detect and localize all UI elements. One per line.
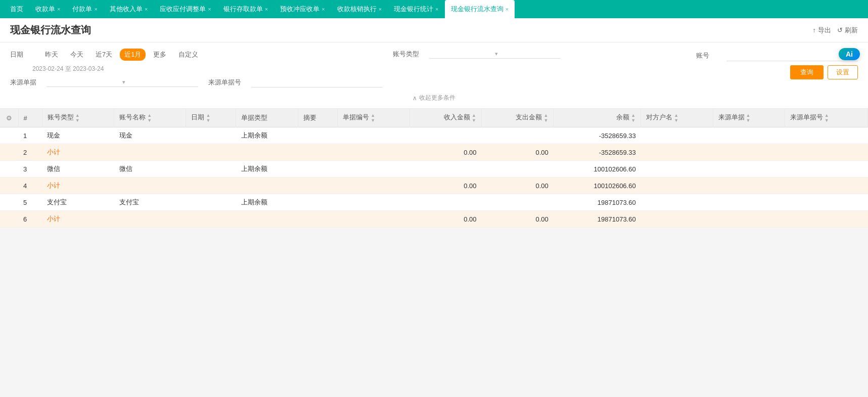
td-source-doc-no bbox=[785, 161, 867, 178]
nav-tab-8[interactable]: 现金银行流水查询 × bbox=[445, 0, 515, 18]
td-doc-no bbox=[338, 178, 409, 194]
th-expense[interactable]: 支出金额▲▼ bbox=[481, 109, 553, 127]
th-settings[interactable]: ⚙ bbox=[0, 109, 18, 127]
close-icon-1[interactable]: × bbox=[94, 6, 97, 12]
nav-tab-1[interactable]: 付款单 × bbox=[66, 0, 103, 18]
table-row: 3微信微信上期余额100102606.60 bbox=[0, 161, 868, 178]
query-button[interactable]: 查询 bbox=[790, 65, 824, 79]
table-row: 6小计0.000.0019871073.60 bbox=[0, 211, 868, 228]
collapse-bar[interactable]: ∧ 收起更多条件 bbox=[10, 92, 858, 104]
td-source-doc bbox=[713, 211, 785, 228]
td-account-name bbox=[114, 178, 186, 194]
th-balance[interactable]: 余额▲▼ bbox=[554, 109, 641, 127]
th-income[interactable]: 收入金额▲▼ bbox=[409, 109, 481, 127]
td-doc-type: 上期余额 bbox=[236, 194, 298, 211]
td-doc-no bbox=[338, 144, 409, 161]
td-doc-no bbox=[338, 127, 409, 144]
gear-icon[interactable]: ⚙ bbox=[6, 114, 12, 122]
td-source-doc bbox=[713, 127, 785, 144]
td-summary bbox=[298, 144, 338, 161]
td-balance: 100102606.60 bbox=[554, 161, 641, 178]
export-button[interactable]: ↑ 导出 bbox=[813, 26, 832, 35]
td-account-name: 现金 bbox=[114, 127, 186, 144]
date-btn-more[interactable]: 更多 bbox=[149, 49, 171, 61]
td-date bbox=[186, 211, 236, 228]
td-account-type: 小计 bbox=[42, 211, 114, 228]
account-type-label: 账号类型 bbox=[393, 50, 419, 59]
td-account-type: 小计 bbox=[42, 144, 114, 161]
td-summary bbox=[298, 178, 338, 194]
td-account-name: 支付宝 bbox=[114, 194, 186, 211]
close-icon-8[interactable]: × bbox=[506, 6, 509, 12]
td-doc-type bbox=[236, 211, 298, 228]
th-counterpart[interactable]: 对方户名▲▼ bbox=[641, 109, 713, 127]
date-btn-custom[interactable]: 自定义 bbox=[174, 49, 203, 61]
td-counterpart bbox=[641, 161, 713, 178]
nav-tab-2[interactable]: 其他收入单 × bbox=[104, 0, 154, 18]
close-icon-4[interactable]: × bbox=[265, 6, 268, 12]
td-doc-no bbox=[338, 211, 409, 228]
table-wrap: ⚙ # 账号类型▲▼ 账号名称▲▼ 日期▲▼ 单据类型 摘要 单据编号▲▼ bbox=[0, 109, 868, 228]
td-counterpart bbox=[641, 144, 713, 161]
nav-tab-4[interactable]: 银行存取款单 × bbox=[217, 0, 274, 18]
date-btn-today[interactable]: 今天 bbox=[66, 49, 88, 61]
td-summary bbox=[298, 161, 338, 178]
nav-home[interactable]: 首页 bbox=[4, 0, 29, 18]
td-counterpart bbox=[641, 127, 713, 144]
td-empty bbox=[0, 178, 18, 194]
page-title: 现金银行流水查询 bbox=[10, 23, 91, 37]
th-date[interactable]: 日期▲▼ bbox=[186, 109, 236, 127]
td-source-doc-no bbox=[785, 127, 867, 144]
td-account-type: 小计 bbox=[42, 178, 114, 194]
th-no: # bbox=[18, 109, 42, 127]
td-summary bbox=[298, 194, 338, 211]
td-empty bbox=[0, 194, 18, 211]
refresh-button[interactable]: ↺ 刷新 bbox=[837, 26, 858, 35]
date-btn-1month[interactable]: 近1月 bbox=[120, 49, 146, 61]
nav-tab-5[interactable]: 预收冲应收单 × bbox=[274, 0, 331, 18]
ai-badge[interactable]: Ai bbox=[839, 48, 860, 60]
td-account-type: 微信 bbox=[42, 161, 114, 178]
th-doc-no[interactable]: 单据编号▲▼ bbox=[338, 109, 409, 127]
td-expense bbox=[481, 194, 553, 211]
close-icon-6[interactable]: × bbox=[379, 6, 382, 12]
close-icon-2[interactable]: × bbox=[145, 6, 148, 12]
collapse-up-icon: ∧ bbox=[413, 95, 417, 102]
td-date bbox=[186, 161, 236, 178]
td-account-name bbox=[114, 211, 186, 228]
nav-tab-7[interactable]: 现金银行统计 × bbox=[388, 0, 444, 18]
close-icon-7[interactable]: × bbox=[435, 6, 438, 12]
nav-tab-6[interactable]: 收款核销执行 × bbox=[331, 0, 388, 18]
top-nav: 首页 收款单 × 付款单 × 其他收入单 × 应收应付调整单 × 银行存取款单 … bbox=[0, 0, 868, 18]
source-doc-no-label: 来源单据号 bbox=[208, 78, 241, 87]
account-input[interactable] bbox=[728, 52, 847, 59]
td-empty bbox=[0, 144, 18, 161]
td-source-doc bbox=[713, 161, 785, 178]
refresh-icon: ↺ bbox=[837, 26, 843, 34]
td-date bbox=[186, 194, 236, 211]
td-date bbox=[186, 127, 236, 144]
source-doc-no-input[interactable] bbox=[253, 78, 381, 86]
close-icon-5[interactable]: × bbox=[322, 6, 325, 12]
close-icon-0[interactable]: × bbox=[57, 6, 60, 12]
th-account-type[interactable]: 账号类型▲▼ bbox=[42, 109, 114, 127]
td-expense: 0.00 bbox=[481, 211, 553, 228]
date-btn-yesterday[interactable]: 昨天 bbox=[40, 49, 63, 61]
th-account-name[interactable]: 账号名称▲▼ bbox=[114, 109, 186, 127]
source-doc-select[interactable]: ▾ bbox=[47, 78, 198, 87]
td-expense: 0.00 bbox=[481, 144, 553, 161]
date-label: 日期 bbox=[10, 50, 30, 59]
td-no: 3 bbox=[18, 161, 42, 178]
td-income bbox=[409, 127, 481, 144]
setting-button[interactable]: 设置 bbox=[828, 65, 858, 79]
th-source-doc[interactable]: 来源单据▲▼ bbox=[713, 109, 785, 127]
close-icon-3[interactable]: × bbox=[208, 6, 211, 12]
th-source-doc-no[interactable]: 来源单据号▲▼ bbox=[785, 109, 867, 127]
date-btn-7days[interactable]: 近7天 bbox=[91, 49, 117, 61]
td-balance: 19871073.60 bbox=[554, 194, 641, 211]
td-empty bbox=[0, 161, 18, 178]
nav-tab-3[interactable]: 应收应付调整单 × bbox=[154, 0, 217, 18]
account-type-select[interactable]: ▾ bbox=[429, 50, 561, 59]
nav-tab-0[interactable]: 收款单 × bbox=[29, 0, 66, 18]
td-no: 6 bbox=[18, 211, 42, 228]
